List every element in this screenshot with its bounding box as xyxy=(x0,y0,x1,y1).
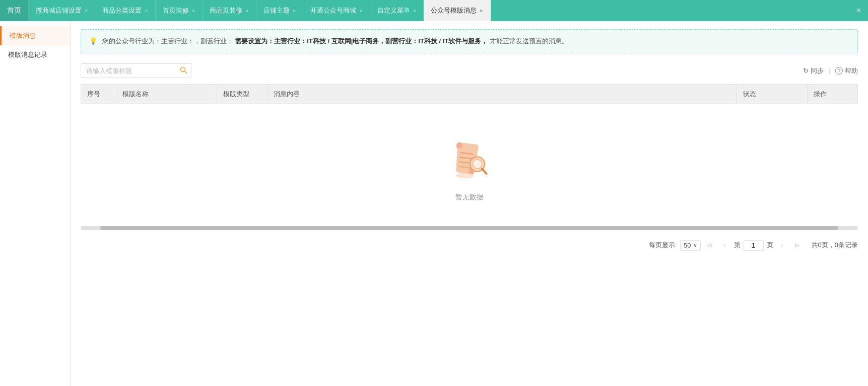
content-area: 💡 您的公众号行业为：主营行业：，副营行业： 需要设置为：主营行业：IT科技 /… xyxy=(71,21,868,386)
nav-tab-home-label: 首页 xyxy=(7,6,21,15)
search-input[interactable] xyxy=(81,63,191,78)
table-header-row: 序号 模版名称 模版类型 消息内容 状态 操作 xyxy=(81,85,858,104)
nav-tab-open-mall[interactable]: 开通公众号商城 × xyxy=(303,0,370,21)
nav-tab-product-decoration[interactable]: 商品页装修 × xyxy=(203,0,256,21)
chevron-down-icon: ∨ xyxy=(693,242,697,249)
sidebar-item-template-msg-log[interactable]: 模版消息记录 xyxy=(0,45,70,64)
close-icon[interactable]: × xyxy=(245,8,248,14)
nav-tab-wsc-settings-label: 微商城店铺设置 xyxy=(36,6,82,15)
page-size-label: 每页显示 xyxy=(649,241,675,250)
close-icon[interactable]: × xyxy=(145,8,148,14)
next-page-button[interactable]: › xyxy=(776,239,788,251)
notice-icon: 💡 xyxy=(89,37,97,45)
col-status: 状态 xyxy=(737,85,808,104)
table-scrollbar[interactable] xyxy=(81,226,858,230)
prev-page-button[interactable]: ‹ xyxy=(719,239,731,251)
notice-prefix-text: 您的公众号行业为：主营行业：，副营行业： xyxy=(102,37,233,45)
nav-tab-custom-menu[interactable]: 自定义菜单 × xyxy=(370,0,424,21)
page-size-select[interactable]: 50 ∨ xyxy=(680,240,700,251)
col-seq: 序号 xyxy=(81,85,116,104)
search-bar: ↻ 同步 | ? 帮助 xyxy=(81,63,858,78)
nav-tab-store-theme-label: 店铺主题 xyxy=(263,6,290,15)
svg-point-10 xyxy=(474,161,477,164)
nav-tab-open-mall-label: 开通公众号商城 xyxy=(310,6,356,15)
col-content: 消息内容 xyxy=(268,85,737,104)
nav-tab-store-theme[interactable]: 店铺主题 × xyxy=(256,0,303,21)
sidebar-item-template-msg[interactable]: 模版消息 xyxy=(0,26,70,45)
nav-tab-custom-menu-label: 自定义菜单 xyxy=(377,6,410,15)
empty-state: 暂无数据 xyxy=(81,104,858,222)
data-table: 序号 模版名称 模版类型 消息内容 状态 操作 xyxy=(81,84,858,222)
close-icon[interactable]: × xyxy=(359,8,362,14)
col-name: 模版名称 xyxy=(116,85,217,104)
first-page-button[interactable]: ⊲ xyxy=(704,239,716,251)
help-button[interactable]: ? 帮助 xyxy=(835,66,858,75)
svg-point-8 xyxy=(473,160,482,169)
notice-box: 💡 您的公众号行业为：主营行业：，副营行业： 需要设置为：主营行业：IT科技 /… xyxy=(81,29,858,53)
svg-line-1 xyxy=(185,71,187,73)
close-icon[interactable]: × xyxy=(413,8,416,14)
col-type: 模版类型 xyxy=(217,85,268,104)
total-text: 共0页，0条记录 xyxy=(812,241,858,250)
pagination: 每页显示 50 ∨ ⊲ ‹ 第 页 › ⊳ 共0页，0条记录 xyxy=(81,234,858,253)
nav-tab-home-decoration-label: 首页装修 xyxy=(163,6,189,15)
last-page-button[interactable]: ⊳ xyxy=(791,239,804,251)
page-label-suffix: 页 xyxy=(767,241,773,250)
close-icon[interactable]: × xyxy=(85,8,88,14)
notice-highlight-text: 需要设置为：主营行业：IT科技 / 互联网|电子商务，副营行业：IT科技 / I… xyxy=(235,37,488,45)
nav-tab-product-category-label: 商品分类设置 xyxy=(102,6,142,15)
nav-tab-wsc-settings[interactable]: 微商城店铺设置 × xyxy=(29,0,95,21)
col-action: 操作 xyxy=(808,85,858,104)
page-label-prefix: 第 xyxy=(734,241,741,250)
empty-text: 暂无数据 xyxy=(455,193,484,202)
help-icon: ? xyxy=(835,67,843,74)
search-actions: ↻ 同步 | ? 帮助 xyxy=(803,66,858,75)
nav-tab-home[interactable]: 首页 xyxy=(0,0,29,21)
nav-tab-home-decoration[interactable]: 首页装修 × xyxy=(156,0,203,21)
close-icon[interactable]: × xyxy=(192,8,195,14)
sync-button[interactable]: ↻ 同步 xyxy=(803,66,824,75)
nav-tab-template-msg[interactable]: 公众号模版消息 × xyxy=(424,0,490,21)
top-nav-bar: 首页 微商城店铺设置 × 商品分类设置 × 首页装修 × 商品页装修 × 店铺主… xyxy=(0,0,868,21)
notice-suffix-text: 才能正常发送预置的消息。 xyxy=(490,37,568,45)
search-button[interactable] xyxy=(180,66,187,75)
svg-line-9 xyxy=(482,169,486,174)
nav-tab-template-msg-label: 公众号模版消息 xyxy=(431,6,477,15)
page-size-value: 50 xyxy=(684,242,691,249)
page-number-input[interactable] xyxy=(744,240,764,251)
scrollbar-thumb[interactable] xyxy=(100,226,839,230)
divider: | xyxy=(829,67,830,74)
nav-tab-product-decoration-label: 商品页装修 xyxy=(210,6,242,15)
sync-icon: ↻ xyxy=(803,67,809,74)
search-input-wrap xyxy=(81,63,191,78)
sidebar: 模版消息 模版消息记录 xyxy=(0,21,71,386)
empty-illustration xyxy=(444,134,495,185)
close-icon[interactable]: × xyxy=(480,8,483,14)
close-icon[interactable]: × xyxy=(293,8,296,14)
close-all-button[interactable]: × xyxy=(849,6,868,15)
main-layout: 模版消息 模版消息记录 💡 您的公众号行业为：主营行业：，副营行业： 需要设置为… xyxy=(0,21,868,386)
nav-tab-product-category[interactable]: 商品分类设置 × xyxy=(95,0,155,21)
